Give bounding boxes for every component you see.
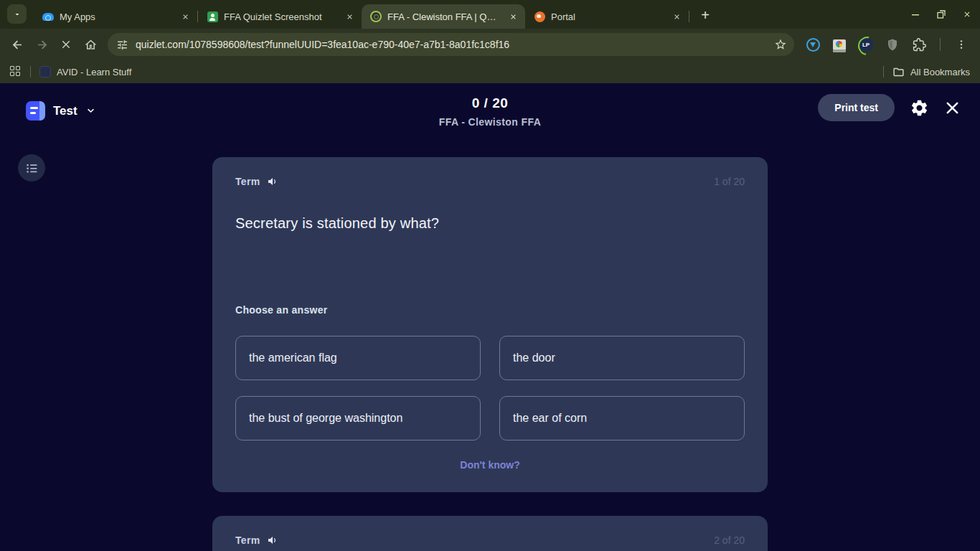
tab-close-icon[interactable] <box>343 10 356 23</box>
card-position: 1 of 20 <box>714 176 745 187</box>
window-restore-button[interactable] <box>928 0 954 29</box>
answer-option-2[interactable]: the door <box>499 336 745 380</box>
header-actions: Print test <box>818 94 961 121</box>
tab-close-icon[interactable] <box>179 10 192 23</box>
adblock-extension-icon[interactable] <box>804 36 821 53</box>
back-arrow-icon <box>11 38 24 52</box>
browser-toolbar: quizlet.com/1078598608/test?funnelUUID=3… <box>0 29 980 60</box>
restore-icon <box>937 10 946 19</box>
print-test-button[interactable]: Print test <box>818 94 895 121</box>
stop-x-icon <box>60 38 72 51</box>
browser-menu-button[interactable] <box>953 36 970 53</box>
bookmark-star-button[interactable] <box>774 38 787 51</box>
test-progress-header: 0 / 20 FFA - Clewiston FFA <box>439 95 541 128</box>
choose-answer-prompt: Choose an answer <box>235 304 745 316</box>
chevron-down-icon <box>85 105 96 116</box>
home-button[interactable] <box>79 33 102 56</box>
site-settings-icon[interactable] <box>116 39 128 51</box>
set-title: FFA - Clewiston FFA <box>439 116 541 128</box>
mode-title: Test <box>53 104 77 118</box>
shield-extension-icon[interactable] <box>884 36 901 53</box>
apps-grid-button[interactable] <box>10 66 22 77</box>
window-close-button[interactable] <box>954 0 980 29</box>
my-apps-favicon-icon <box>42 11 54 22</box>
bookmarks-bar: AVID - Learn Stuff All Bookmarks <box>0 60 980 83</box>
gear-icon <box>910 98 929 118</box>
card-header: Term 1 of 20 <box>235 176 745 187</box>
forward-arrow-icon <box>35 38 49 52</box>
bookmark-label: AVID - Learn Stuff <box>57 67 131 77</box>
lastpass-extension-icon[interactable]: LP <box>857 36 875 53</box>
address-bar[interactable]: quizlet.com/1078598608/test?funnelUUID=3… <box>108 33 794 56</box>
settings-button[interactable] <box>910 98 929 118</box>
term-label-group: Term <box>235 176 278 187</box>
star-icon <box>774 38 787 51</box>
question-list-toggle-button[interactable] <box>18 154 45 182</box>
answer-option-1[interactable]: the american flag <box>235 336 481 380</box>
apps-grid-icon <box>10 66 22 77</box>
extensions-area: LP <box>800 36 974 53</box>
question-text: Secretary is stationed by what? <box>235 215 745 232</box>
close-icon <box>963 10 971 19</box>
tab-quizlet-active[interactable]: FFA - Clewiston FFA | Quizlet <box>362 4 525 29</box>
close-icon <box>944 100 961 116</box>
quizlet-test-page: Test 0 / 20 FFA - Clewiston FFA Print te… <box>0 83 980 551</box>
window-minimize-button[interactable] <box>903 0 928 29</box>
bookmarks-separator <box>883 66 884 77</box>
progress-counter: 0 / 20 <box>439 95 541 111</box>
card-header: Term 2 of 20 <box>235 534 745 546</box>
folder-icon <box>892 66 905 78</box>
tab-portal[interactable]: Portal <box>525 4 689 29</box>
toolbar-separator <box>940 38 941 51</box>
home-icon <box>84 38 98 52</box>
tab-my-apps[interactable]: My Apps <box>34 4 197 29</box>
dont-know-row: Don't know? <box>235 458 745 471</box>
question-card-1: Term 1 of 20 Secretary is stationed by w… <box>212 157 768 492</box>
tab-close-icon[interactable] <box>670 10 683 23</box>
audio-icon[interactable] <box>267 176 278 187</box>
chevron-down-icon <box>13 10 22 19</box>
list-icon <box>25 161 39 175</box>
minimize-icon <box>911 10 920 19</box>
test-mode-icon <box>26 101 45 121</box>
url-text[interactable]: quizlet.com/1078598608/test?funnelUUID=3… <box>136 39 767 50</box>
tab-strip: My Apps FFA Quizlet Screenshot FFA - Cle… <box>0 0 980 29</box>
all-bookmarks-label: All Bookmarks <box>910 67 970 77</box>
question-cards: Term 1 of 20 Secretary is stationed by w… <box>212 157 768 551</box>
print-extension-icon[interactable] <box>831 36 848 53</box>
tab-search-button[interactable] <box>7 4 27 24</box>
tab-title: FFA Quizlet Screenshot <box>224 11 337 22</box>
tab-title: My Apps <box>60 11 173 22</box>
tab-divider <box>689 11 689 22</box>
bookmarks-separator <box>30 66 31 77</box>
card-position: 2 of 20 <box>714 534 745 546</box>
close-test-button[interactable] <box>944 100 961 116</box>
bookmark-favicon-icon <box>39 66 51 77</box>
tab-title: FFA - Clewiston FFA | Quizlet <box>387 11 501 22</box>
term-label: Term <box>235 534 260 546</box>
answer-option-4[interactable]: the ear of corn <box>499 396 745 441</box>
tab-title: Portal <box>551 11 664 22</box>
screenshot-favicon-icon <box>207 11 218 22</box>
window-controls <box>903 0 980 29</box>
answer-option-3[interactable]: the bust of george washington <box>235 396 481 441</box>
term-label-group: Term <box>235 534 278 546</box>
stop-loading-button[interactable] <box>55 33 77 56</box>
portal-favicon-icon <box>534 11 545 22</box>
forward-button[interactable] <box>30 33 53 56</box>
tab-ffa-screenshot[interactable]: FFA Quizlet Screenshot <box>198 4 362 29</box>
tab-close-icon[interactable] <box>507 10 519 23</box>
answer-options: the american flag the door the bust of g… <box>235 336 745 441</box>
browser-window: My Apps FFA Quizlet Screenshot FFA - Cle… <box>0 0 980 551</box>
test-mode-menu[interactable]: Test <box>26 101 96 121</box>
bookmark-avid-learn-stuff[interactable]: AVID - Learn Stuff <box>39 66 131 77</box>
all-bookmarks-button[interactable]: All Bookmarks <box>892 66 970 78</box>
back-button[interactable] <box>6 33 29 56</box>
question-card-2: Term 2 of 20 <box>212 516 768 551</box>
term-label: Term <box>235 176 260 187</box>
audio-icon[interactable] <box>267 534 278 546</box>
three-dot-menu-icon <box>956 39 967 50</box>
new-tab-button[interactable]: + <box>695 5 715 25</box>
extensions-puzzle-icon[interactable] <box>910 36 928 53</box>
dont-know-button[interactable]: Don't know? <box>460 459 519 471</box>
